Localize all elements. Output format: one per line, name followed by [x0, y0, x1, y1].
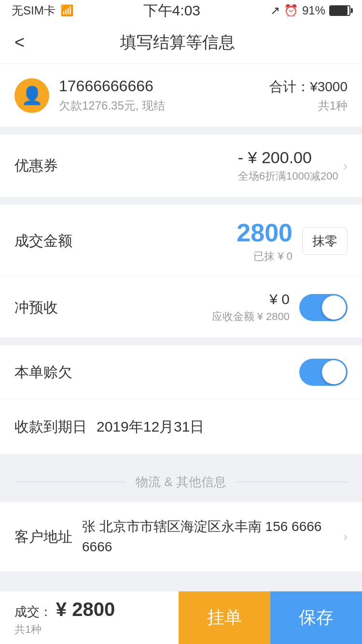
- deal-amount-sub: 已抹 ¥ 0: [237, 249, 292, 264]
- coupon-label: 优惠券: [14, 156, 58, 176]
- bottom-deal-count: 共1种: [14, 622, 164, 637]
- logistics-divider-text: 物流 & 其他信息: [136, 474, 226, 490]
- deal-amount-right: 2800 已抹 ¥ 0 抹零: [237, 218, 348, 264]
- customer-debt: 欠款1276.35元, 现结: [59, 98, 165, 113]
- total-value: ¥3000: [310, 79, 348, 94]
- bottom-deal-value: ¥ 2800: [56, 599, 115, 620]
- debt-toggle[interactable]: [299, 359, 348, 386]
- due-date-label: 收款到期日: [14, 417, 87, 437]
- content-area: 👤 17666666666 欠款1276.35元, 现结 合计：¥3000 共1…: [0, 64, 362, 630]
- precollect-label: 冲预收: [14, 298, 58, 318]
- customer-left: 👤 17666666666 欠款1276.35元, 现结: [14, 77, 165, 113]
- due-date-value: 2019年12月31日: [97, 417, 204, 437]
- debt-section: 本单赊欠 收款到期日 2019年12月31日: [0, 345, 362, 454]
- deal-amount-value: 2800: [237, 218, 292, 247]
- precollect-info: ¥ 0 应收金额 ¥ 2800: [212, 291, 290, 324]
- battery-icon: [329, 5, 350, 16]
- status-bar: 无SIM卡 📶 下午4:03 ↗ ⏰ 91%: [0, 0, 362, 21]
- debt-toggle-knob: [322, 360, 346, 384]
- status-right: ↗ ⏰ 91%: [270, 4, 350, 17]
- alarm-icon: ⏰: [284, 4, 298, 17]
- precollect-right: ¥ 0 应收金额 ¥ 2800: [212, 291, 348, 324]
- pending-button[interactable]: 挂单: [179, 591, 270, 644]
- address-label: 客户地址: [14, 527, 72, 547]
- precollect-toggle[interactable]: [299, 294, 348, 321]
- debt-label: 本单赊欠: [14, 363, 72, 382]
- save-button[interactable]: 保存: [270, 591, 362, 644]
- coupon-info: - ¥ 200.00 全场6折满1000减200: [238, 148, 338, 183]
- deal-amount-row: 成交金额 2800 已抹 ¥ 0 抹零: [0, 205, 362, 278]
- coupon-row[interactable]: 优惠券 - ¥ 200.00 全场6折满1000减200 ›: [0, 135, 362, 197]
- nav-bar: < 填写结算等信息: [0, 21, 362, 64]
- total-label-value: 合计：¥3000: [269, 78, 348, 96]
- status-left: 无SIM卡 📶: [12, 3, 73, 18]
- bottom-deal-label: 成交：: [14, 604, 52, 619]
- status-time: 下午4:03: [143, 1, 200, 21]
- bottom-bar: 成交： ¥ 2800 共1种 挂单 保存: [0, 591, 362, 644]
- location-icon: ↗: [270, 4, 280, 17]
- precollect-value: ¥ 0: [212, 291, 290, 308]
- due-date-row: 收款到期日 2019年12月31日: [0, 400, 362, 454]
- debt-row: 本单赊欠: [0, 345, 362, 400]
- total-label: 合计：: [269, 79, 310, 94]
- carrier-text: 无SIM卡: [12, 3, 56, 18]
- deal-amount-info: 2800 已抹 ¥ 0: [237, 218, 292, 264]
- deal-amount-label: 成交金额: [14, 231, 72, 251]
- precollect-sub: 应收金额 ¥ 2800: [212, 309, 290, 324]
- page-title: 填写结算等信息: [34, 31, 320, 54]
- address-chevron-icon: ›: [343, 529, 348, 545]
- logistics-divider: 物流 & 其他信息: [0, 462, 362, 502]
- back-button[interactable]: <: [14, 32, 34, 53]
- coupon-right: - ¥ 200.00 全场6折满1000减200 ›: [238, 148, 348, 183]
- customer-card: 👤 17666666666 欠款1276.35元, 现结 合计：¥3000 共1…: [0, 64, 362, 127]
- total-count: 共1种: [269, 98, 348, 113]
- coupon-desc: 全场6折满1000减200: [238, 169, 338, 183]
- debt-right: [299, 359, 348, 386]
- customer-info: 17666666666 欠款1276.35元, 现结: [59, 77, 165, 113]
- bottom-deal-line: 成交： ¥ 2800: [14, 599, 164, 620]
- wifi-icon: 📶: [60, 4, 73, 17]
- chevron-right-icon: ›: [343, 158, 348, 174]
- customer-phone: 17666666666: [59, 77, 165, 95]
- address-value: 张 北京市市辖区海淀区永丰南 156 6666 6666: [82, 517, 343, 557]
- battery-text: 91%: [302, 4, 325, 17]
- deal-section: 成交金额 2800 已抹 ¥ 0 抹零 冲预收 ¥ 0 应收金额 ¥ 2800: [0, 205, 362, 337]
- customer-right: 合计：¥3000 共1种: [269, 78, 348, 113]
- avatar: 👤: [14, 78, 49, 113]
- round-button[interactable]: 抹零: [302, 227, 348, 255]
- precollect-row: 冲预收 ¥ 0 应收金额 ¥ 2800: [0, 278, 362, 337]
- bottom-summary: 成交： ¥ 2800 共1种: [0, 599, 179, 637]
- coupon-value: - ¥ 200.00: [238, 148, 338, 167]
- toggle-knob: [322, 295, 346, 320]
- address-row[interactable]: 客户地址 张 北京市市辖区海淀区永丰南 156 6666 6666 ›: [0, 502, 362, 572]
